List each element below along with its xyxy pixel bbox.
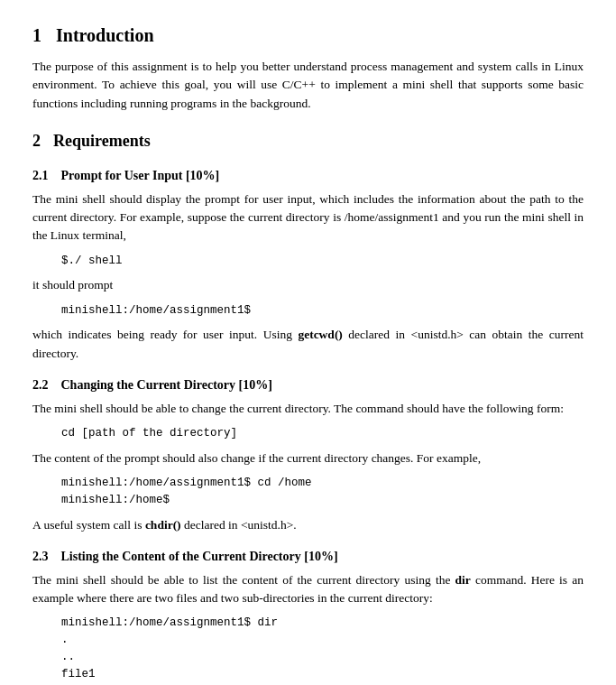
section-2-1-text-middle: it should prompt (32, 276, 584, 294)
heading-1: 1 Introduction (32, 22, 584, 49)
heading-2-3: 2.3 Listing the Content of the Current D… (32, 547, 584, 566)
section-2-2-code2: minishell:/home/assignment1$ cd /home mi… (61, 475, 584, 509)
section-2-1-para2-start: which indicates being ready for user inp… (32, 328, 298, 341)
section-2-1-code2: minishell:/home/assignment1$ (61, 302, 584, 319)
heading-2-2: 2.2 Changing the Current Directory [10%] (32, 375, 584, 394)
section-2-1-getcwd: getcwd() (298, 328, 342, 341)
heading-2-1: 2.1 Prompt for User Input [10%] (32, 166, 584, 185)
section-2-3-code: minishell:/home/assignment1$ dir . .. fi… (61, 615, 584, 685)
section-2-1-code1: $./ shell (61, 253, 584, 270)
section-2-3-para1: The mini shell should be able to list th… (32, 571, 584, 608)
heading-2-2-title: Changing the Current Directory [10%] (61, 378, 272, 392)
heading-2-3-title: Listing the Content of the Current Direc… (61, 550, 338, 563)
subsection-2-2: 2.2 Changing the Current Directory [10%]… (32, 375, 584, 534)
heading-2: 2 Requirements (32, 129, 584, 153)
heading-2-1-number: 2.1 (32, 169, 49, 182)
section-2-3-para1-start: The mini shell should be able to list th… (32, 573, 455, 587)
section-2-2-para3-start: A useful system call is (32, 518, 145, 532)
section-2-2-chdir: chdir() (145, 518, 181, 532)
section-2-3-dir-cmd: dir (455, 573, 471, 587)
heading-2-1-title: Prompt for User Input [10%] (61, 169, 220, 182)
heading-1-number: 1 (32, 22, 41, 49)
subsection-2-3: 2.3 Listing the Content of the Current D… (32, 547, 584, 685)
subsection-2-1: 2.1 Prompt for User Input [10%] The mini… (32, 166, 584, 363)
heading-2-title: Requirements (53, 129, 151, 153)
heading-2-number: 2 (32, 129, 41, 153)
section-1: 1 Introduction The purpose of this assig… (32, 22, 584, 113)
section-2-2-para1: The mini shell should be able to change … (32, 400, 584, 418)
heading-2-2-number: 2.2 (32, 378, 49, 392)
section-2-2-para2: The content of the prompt should also ch… (32, 449, 584, 467)
section-2: 2 Requirements 2.1 Prompt for User Input… (32, 129, 584, 685)
section-2-1-para2: which indicates being ready for user inp… (32, 326, 584, 363)
section-2-2-para3-end: declared in <unistd.h>. (181, 518, 297, 532)
intro-paragraph: The purpose of this assignment is to hel… (32, 58, 584, 113)
section-2-2-para3: A useful system call is chdir() declared… (32, 516, 584, 534)
heading-2-3-number: 2.3 (32, 550, 49, 563)
section-2-1-para1: The mini shell should display the prompt… (32, 190, 584, 245)
section-2-2-code1: cd [path of the directory] (61, 425, 584, 442)
heading-1-title: Introduction (56, 22, 154, 49)
